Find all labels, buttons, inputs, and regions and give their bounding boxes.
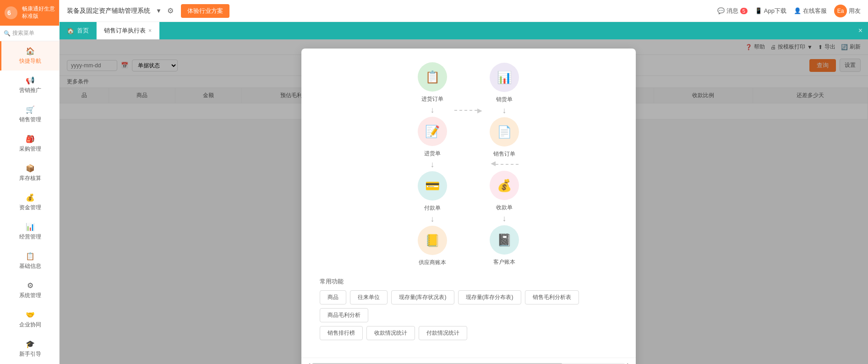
flow-node-payment[interactable]: 💳 付款单: [418, 171, 447, 212]
common-functions-title: 常用功能: [320, 277, 617, 286]
func-btn-payment-stats[interactable]: 付款情况统计: [419, 326, 467, 340]
operations-icon: 📊: [26, 223, 35, 231]
purchase-order-label: 进货订单: [421, 95, 443, 103]
sidebar-item-purchase[interactable]: 🎒 采购管理: [0, 129, 59, 158]
supplier-icon: 📒: [418, 226, 447, 255]
arrow-down-3: ↓: [431, 215, 435, 223]
sidebar-item-label: 营销推广: [19, 87, 41, 94]
basic-info-icon: 📋: [26, 252, 35, 261]
sidebar-item-label: 快捷导航: [19, 57, 41, 65]
tab-sales-order[interactable]: 销售订单执行表 ×: [97, 22, 159, 39]
experience-btn[interactable]: 体验行业方案: [181, 4, 229, 18]
app-download-item[interactable]: 📱 App下载: [755, 7, 786, 15]
scroll-left-btn[interactable]: ◀: [306, 362, 310, 364]
dropdown-icon[interactable]: ▼: [156, 7, 162, 14]
purchase-bill-label: 进货单: [424, 150, 441, 158]
online-service-label: 在线客服: [803, 7, 827, 15]
user-avatar: Ea: [834, 5, 847, 17]
sidebar-item-operations[interactable]: 📊 经营管理: [0, 217, 59, 246]
arrow-down-1: ↓: [431, 106, 435, 114]
svg-point-0: [5, 6, 17, 19]
sidebar-item-sales[interactable]: 🛒 销售管理: [0, 100, 59, 129]
enterprise-icon: 🤝: [26, 310, 35, 319]
message-icon: 💬: [717, 7, 725, 14]
sidebar-item-basic-info[interactable]: 📋 基础信息: [0, 246, 59, 276]
tab-close-icon[interactable]: ×: [148, 27, 152, 34]
quick-nav-icon: 🏠: [26, 47, 35, 55]
receipt-label: 收款单: [496, 204, 513, 212]
online-service-item[interactable]: 👤 在线客服: [794, 7, 827, 15]
finance-icon: 💰: [26, 193, 35, 202]
func-btn-stock-status[interactable]: 现存量(库存状况表): [391, 290, 454, 304]
sidebar-item-label: 销售管理: [19, 116, 41, 124]
customer-label: 客户账本: [493, 258, 515, 266]
sidebar-item-marketing[interactable]: 📢 营销推广: [0, 71, 59, 100]
system-icon: ⚙: [27, 281, 33, 290]
flow-node-sales-order[interactable]: 📄 销售订单: [490, 117, 519, 158]
sidebar-item-label: 新手引导: [19, 350, 41, 358]
arrow-down-5: ↓: [502, 214, 507, 223]
arrow-purchase: ▶: [454, 92, 482, 129]
func-btn-product-margin[interactable]: 商品毛利分析: [320, 308, 368, 322]
sidebar-item-finance[interactable]: 💰 资金管理: [0, 188, 59, 217]
func-btn-sales-ranking[interactable]: 销售排行榜: [320, 326, 363, 340]
arrow-from-sales-order: ▶: [491, 161, 519, 168]
topbar: 装备及固定资产辅助管理系统 ▼ ⚙ 体验行业方案 💬 消息 5 📱 App下载 …: [60, 0, 868, 22]
modal-content: 📋 进货订单 ↓ 📝 进货单: [301, 49, 636, 358]
modal-overlay[interactable]: 📋 进货订单 ↓ 📝 进货单: [60, 39, 868, 364]
tabs: 🏠 首页 销售订单执行表 × ×: [60, 22, 868, 39]
purchase-order-icon: 📋: [418, 62, 447, 92]
func-btn-sales-margin[interactable]: 销售毛利分析表: [525, 290, 579, 304]
tab-sales-order-label: 销售订单执行表: [104, 27, 146, 35]
newbie-icon: 🎓: [26, 340, 35, 348]
scroll-right-btn[interactable]: ▶: [627, 362, 631, 364]
flow-node-supplier[interactable]: 📒 供应商账本: [418, 226, 447, 266]
logo-text1: 畅康通好生意: [22, 5, 55, 13]
flow-node-customer[interactable]: 📓 客户账本: [490, 225, 519, 266]
sidebar-item-label: 经营管理: [19, 233, 41, 241]
func-btn-receipt-stats[interactable]: 收款情况统计: [366, 326, 415, 340]
flow-right-col: 📊 销货单 ↓ 📄 销售订单: [490, 63, 519, 266]
logo-text2: 标准版: [22, 13, 55, 20]
customer-icon: 📓: [490, 225, 519, 255]
receipt-icon: 💰: [490, 171, 519, 200]
purchase-bill-icon: 📝: [418, 117, 447, 146]
common-functions: 常用功能 商品 往来单位 现存量(库存状况表) 现存量(库存分布表) 销售毛利分…: [320, 277, 617, 340]
sidebar-item-enterprise[interactable]: 🤝 企业协同: [0, 305, 59, 334]
logo-icon: 6: [4, 5, 18, 20]
tab-close-all-btn[interactable]: ×: [853, 22, 868, 39]
phone-icon: 📱: [755, 7, 762, 14]
func-btn-stock-distribution[interactable]: 现存量(库存分布表): [458, 290, 521, 304]
message-item[interactable]: 💬 消息 5: [717, 7, 748, 15]
main-content: 装备及固定资产辅助管理系统 ▼ ⚙ 体验行业方案 💬 消息 5 📱 App下载 …: [60, 0, 868, 364]
settings-icon[interactable]: ⚙: [167, 6, 174, 15]
user-item[interactable]: Ea 用友: [834, 5, 861, 17]
search-label: 搜索菜单: [12, 29, 34, 37]
sidebar-item-newbie[interactable]: 🎓 新手引导: [0, 334, 59, 364]
app-download-label: App下载: [764, 7, 786, 15]
sidebar-item-quick-nav[interactable]: 🏠 快捷导航: [0, 41, 59, 71]
sidebar-item-label: 资金管理: [19, 204, 41, 212]
quick-nav-modal: 📋 进货订单 ↓ 📝 进货单: [301, 49, 636, 364]
flow-node-sales-bill[interactable]: 📊 销货单: [490, 63, 519, 103]
sidebar-item-inventory[interactable]: 📦 库存核算: [0, 158, 59, 188]
sidebar-item-system[interactable]: ⚙ 系统管理: [0, 276, 59, 305]
tab-home[interactable]: 🏠 首页: [60, 22, 97, 39]
system-title: 装备及固定资产辅助管理系统: [67, 7, 150, 15]
func-btn-partner[interactable]: 往来单位: [350, 290, 388, 304]
user-name: 用友: [849, 7, 861, 15]
sidebar-item-label: 企业协同: [19, 321, 41, 329]
arrow-down-4: ↓: [502, 106, 507, 114]
func-btn-product[interactable]: 商品: [320, 290, 346, 304]
flow-node-purchase-bill[interactable]: 📝 进货单: [418, 117, 447, 158]
message-badge: 5: [740, 8, 748, 14]
flow-node-receipt[interactable]: 💰 收款单: [490, 171, 519, 212]
flow-node-purchase-order[interactable]: 📋 进货订单: [418, 62, 447, 103]
func-btns-row1: 商品 往来单位 现存量(库存状况表) 现存量(库存分布表) 销售毛利分析表 商品…: [320, 290, 617, 322]
inventory-icon: 📦: [26, 164, 35, 173]
sidebar-search[interactable]: 🔍 搜索菜单: [0, 26, 59, 41]
service-icon: 👤: [794, 7, 801, 14]
sales-bill-label: 销货单: [496, 96, 513, 103]
sidebar-menu: 🏠 快捷导航 📢 营销推广 🛒 销售管理 🎒 采购管理 📦 库存核算 💰: [0, 41, 59, 364]
sidebar-item-label: 系统管理: [19, 292, 41, 299]
